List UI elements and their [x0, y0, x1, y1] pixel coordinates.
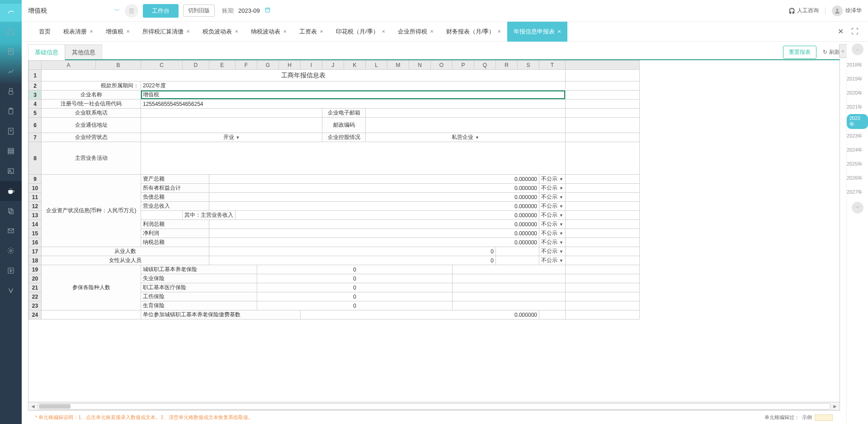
chevron-down-icon: ﹀	[114, 7, 120, 15]
year-rail: ︿ 2018年2019年2020年2021年2022年2023年2024年202…	[846, 42, 868, 424]
svg-rect-21	[265, 8, 269, 12]
svg-point-25	[836, 9, 839, 11]
tab-close-icon[interactable]: ✕	[186, 29, 190, 34]
svg-rect-8	[8, 148, 14, 150]
h-scrollbar[interactable]: ◄ ►	[28, 402, 840, 410]
tab-纳税波动表[interactable]: 纳税波动表✕	[245, 22, 293, 42]
copy-icon[interactable]	[0, 201, 22, 221]
svg-rect-10	[8, 152, 14, 154]
footer: * 单元格编辑说明：1、点击单元格直接录入数值或文本。2、清空单元格数值或文本恢…	[28, 410, 840, 424]
footer-example-label: 示例	[802, 414, 812, 421]
footer-note: * 单元格编辑说明：1、点击单元格直接录入数值或文本。2、清空单元格数值或文本恢…	[35, 414, 253, 421]
play-icon[interactable]	[0, 261, 22, 281]
divider	[825, 7, 826, 14]
tab-close-icon[interactable]: ✕	[430, 29, 434, 34]
expand-icon[interactable]: ⛶	[851, 28, 859, 36]
tab-首页[interactable]: 首页	[33, 22, 57, 42]
year-2019年[interactable]: 2019年	[847, 72, 868, 86]
scroll-down-icon[interactable]: ﹀	[852, 202, 863, 214]
tab-增值税[interactable]: 增值税✕	[99, 22, 136, 42]
period-value[interactable]: 2023-09	[238, 7, 260, 14]
tab-年报信息申报表[interactable]: 年报信息申报表✕	[507, 22, 567, 42]
scroll-up-icon[interactable]: ︿	[852, 43, 863, 55]
doc-icon[interactable]	[0, 121, 22, 141]
year-2023年[interactable]: 2023年	[847, 129, 868, 143]
tab-close-icon[interactable]: ✕	[235, 29, 238, 34]
cup-icon[interactable]	[0, 181, 22, 201]
topbar: 增值税 ﹀ 工作台 切到旧版 账期 2023-09 🎧 人工咨询 徐泽华	[22, 0, 868, 22]
year-2022年[interactable]: 2022年	[847, 114, 868, 129]
money-icon[interactable]	[0, 81, 22, 101]
tab-印花税（月/季）[interactable]: 印花税（月/季）✕	[330, 22, 392, 42]
refresh-icon: ↻	[823, 49, 827, 55]
tab-税表清册[interactable]: 税表清册✕	[57, 22, 99, 42]
year-2027年[interactable]: 2027年	[847, 185, 868, 199]
close-tab-icon[interactable]: ✕	[836, 28, 844, 36]
year-2020年[interactable]: 2020年	[847, 86, 868, 100]
tab-close-icon[interactable]: ✕	[283, 29, 287, 34]
chart-icon[interactable]	[0, 62, 22, 81]
tab-close-icon[interactable]: ✕	[90, 29, 93, 34]
svg-rect-11	[8, 169, 14, 174]
mail-icon[interactable]	[0, 221, 22, 241]
headset-icon: 🎧	[788, 8, 795, 14]
file-icon[interactable]	[0, 42, 22, 62]
tab-close-icon[interactable]: ✕	[497, 29, 501, 34]
subtab-other[interactable]: 其他信息	[65, 44, 102, 60]
footer-swatch	[815, 414, 833, 421]
consult-link[interactable]: 🎧 人工咨询	[788, 7, 819, 14]
tab-工资表[interactable]: 工资表✕	[293, 22, 330, 42]
tab-close-icon[interactable]: ✕	[382, 29, 385, 34]
org-title: 增值税	[28, 7, 47, 15]
svg-point-16	[10, 250, 12, 252]
svg-rect-14	[10, 210, 14, 214]
home-icon[interactable]	[0, 22, 22, 42]
year-2018年[interactable]: 2018年	[847, 58, 868, 72]
year-2026年[interactable]: 2026年	[847, 171, 868, 185]
username: 徐泽华	[845, 7, 862, 14]
calendar-icon[interactable]	[264, 7, 271, 14]
user-menu[interactable]: 徐泽华	[832, 5, 862, 16]
svg-rect-9	[8, 151, 14, 152]
image-icon[interactable]	[0, 161, 22, 181]
reset-button[interactable]: 重置报表	[783, 46, 816, 59]
tab-close-icon[interactable]: ✕	[557, 29, 561, 34]
workspace-button[interactable]: 工作台	[143, 4, 179, 18]
svg-rect-13	[9, 209, 12, 213]
left-rail	[0, 0, 22, 424]
spreadsheet[interactable]: ABCDEFGHIJKLMNOPQRST1工商年报信息表2税款所属期间：2022…	[28, 59, 840, 410]
org-selector[interactable]: 增值税 ﹀	[28, 7, 120, 15]
tab-所得税汇算清缴[interactable]: 所得税汇算清缴✕	[136, 22, 196, 42]
refresh-button[interactable]: ↻刷新	[823, 48, 840, 56]
v-icon[interactable]	[0, 281, 22, 300]
svg-rect-17	[8, 268, 14, 273]
year-2025年[interactable]: 2025年	[847, 157, 868, 171]
gear-icon[interactable]	[0, 241, 22, 261]
footer-edited-label: 单元格编辑过：	[764, 414, 799, 421]
year-2021年[interactable]: 2021年	[847, 100, 868, 114]
template-icon[interactable]	[0, 141, 22, 161]
tab-财务报表（月/季）[interactable]: 财务报表（月/季）✕	[440, 22, 508, 42]
period-label: 账期	[222, 7, 234, 15]
tabs-row: 首页税表清册✕增值税✕所得税汇算清缴✕税负波动表✕纳税波动表✕工资表✕印花税（月…	[22, 22, 868, 42]
tab-税负波动表[interactable]: 税负波动表✕	[196, 22, 245, 42]
svg-rect-15	[8, 229, 14, 233]
avatar	[832, 5, 843, 16]
logo-icon	[0, 4, 22, 22]
doc-round-icon[interactable]	[125, 4, 138, 18]
tab-close-icon[interactable]: ✕	[126, 29, 130, 34]
svg-point-7	[10, 130, 12, 131]
collapse-year-rail[interactable]: <	[839, 44, 846, 58]
subtab-basic[interactable]: 基础信息	[28, 44, 65, 60]
switch-old-button[interactable]: 切到旧版	[183, 5, 215, 17]
tab-close-icon[interactable]: ✕	[320, 29, 323, 34]
clipboard-icon[interactable]	[0, 101, 22, 121]
year-2024年[interactable]: 2024年	[847, 143, 868, 157]
tab-企业所得税[interactable]: 企业所得税✕	[392, 22, 440, 42]
